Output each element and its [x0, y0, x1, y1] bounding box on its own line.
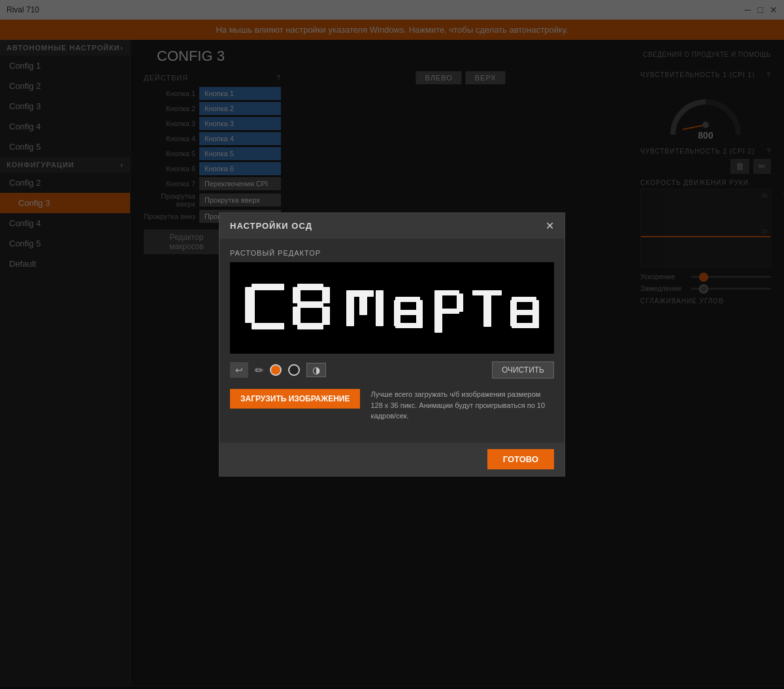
modal-footer: ГОТОВО	[220, 443, 564, 476]
svg-rect-33	[510, 300, 517, 326]
undo-button[interactable]: ↩	[230, 362, 248, 378]
svg-rect-6	[252, 323, 284, 329]
modal-title: НАСТРОЙКИ ОСД	[230, 221, 312, 231]
clear-button[interactable]: ОЧИСТИТЬ	[492, 361, 554, 378]
modal-close-button[interactable]: ✕	[546, 220, 554, 232]
svg-rect-34	[512, 323, 539, 328]
toolbar-row: ↩ ✏ ◑ ОЧИСТИТЬ	[230, 361, 554, 378]
svg-rect-12	[322, 307, 330, 325]
svg-rect-13	[297, 323, 323, 329]
svg-rect-18	[359, 295, 367, 315]
svg-rect-11	[293, 307, 301, 325]
svg-rect-29	[483, 294, 491, 327]
svg-rect-8	[293, 287, 301, 303]
svg-rect-27	[440, 309, 459, 314]
svg-rect-9	[322, 287, 330, 303]
osd-modal: НАСТРОЙКИ ОСД ✕ РАСТОВЫЙ РЕДАКТОР	[219, 212, 565, 477]
svg-rect-22	[394, 300, 400, 326]
svg-rect-7	[297, 284, 323, 290]
pencil-tool[interactable]: ✏	[255, 364, 263, 377]
invert-button[interactable]: ◑	[306, 363, 326, 377]
color-orange-picker[interactable]	[270, 364, 282, 376]
modal-overlay[interactable]: НАСТРОЙКИ ОСД ✕ РАСТОВЫЙ РЕДАКТОР	[0, 0, 784, 689]
upload-hint: Лучше всего загружать ч/б изображения ра…	[370, 389, 554, 422]
svg-rect-5	[245, 287, 255, 323]
upload-row: ЗАГРУЗИТЬ ИЗОБРАЖЕНИЕ Лучше всего загруж…	[230, 389, 554, 422]
svg-rect-10	[297, 301, 323, 308]
color-black-picker[interactable]	[288, 364, 300, 376]
upload-button[interactable]: ЗАГРУЗИТЬ ИЗОБРАЖЕНИЕ	[230, 389, 360, 409]
svg-rect-23	[395, 323, 423, 328]
raster-title: РАСТОВЫЙ РЕДАКТОР	[230, 249, 554, 257]
modal-header: НАСТРОЙКИ ОСД ✕	[220, 213, 564, 239]
svg-rect-4	[252, 284, 284, 290]
canvas-area[interactable]	[230, 262, 554, 354]
osd-canvas[interactable]	[232, 264, 552, 352]
svg-rect-3	[232, 264, 552, 352]
modal-body: РАСТОВЫЙ РЕДАКТОР	[220, 239, 564, 443]
svg-rect-25	[440, 290, 459, 295]
done-button[interactable]: ГОТОВО	[487, 449, 554, 469]
svg-rect-15	[376, 290, 384, 326]
